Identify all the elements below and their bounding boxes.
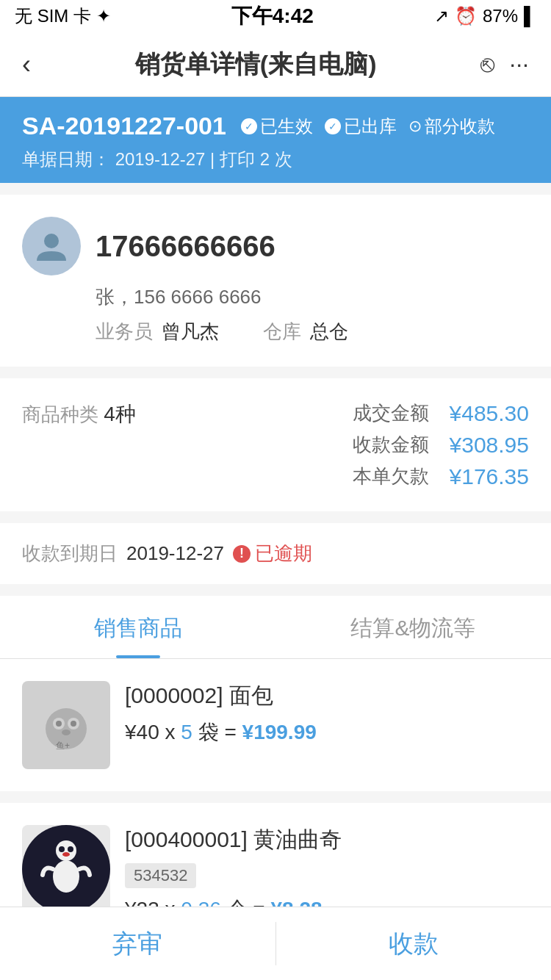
- product-code-1: [0000002]: [125, 683, 223, 707]
- product-type-summary: 商品种类 4种: [22, 400, 136, 428]
- order-date: 2019-12-27: [115, 149, 206, 169]
- product-thumbnail-1: 鱼+: [22, 681, 110, 769]
- svg-text:鱼+: 鱼+: [56, 741, 70, 751]
- product-base-price-1: ¥40: [125, 721, 159, 743]
- share-icon[interactable]: ⎋: [480, 51, 494, 78]
- product-total-1: ¥199.99: [242, 721, 317, 743]
- product-title-1: 面包: [229, 683, 273, 707]
- salesperson-label: 业务员: [96, 319, 153, 345]
- date-label: 单据日期：: [22, 149, 110, 169]
- status-tag-partial: ⊙ 部分收款: [408, 115, 495, 138]
- debt-amount-value: ¥176.35: [441, 464, 529, 489]
- product-code-2: [000400001]: [125, 827, 248, 851]
- debt-amount-row: 本单欠款 ¥176.35: [353, 464, 529, 489]
- warehouse-value: 总仓: [310, 319, 348, 345]
- received-amount-row: 收款金额 ¥308.95: [353, 432, 529, 458]
- svg-point-4: [56, 721, 62, 727]
- deal-amount-value: ¥485.30: [441, 401, 529, 426]
- svg-point-0: [44, 234, 59, 248]
- tab-settlement-label: 结算&物流等: [350, 616, 475, 640]
- overdue-text: 已逾期: [255, 541, 312, 566]
- customer-section: 17666666666 张，156 6666 6666 业务员 曾凡杰 仓库 总…: [0, 195, 551, 367]
- warehouse-info: 仓库 总仓: [263, 319, 348, 345]
- financial-summary: 成交金额 ¥485.30 收款金额 ¥308.95 本单欠款 ¥176.35: [353, 400, 529, 489]
- bottom-bar: 弃审 收款: [0, 907, 551, 980]
- svg-point-5: [71, 721, 76, 727]
- avatar: [22, 217, 81, 275]
- product-image-icon: [22, 825, 110, 913]
- customer-meta: 业务员 曾凡杰 仓库 总仓: [22, 319, 529, 345]
- clock-icon: ⊙: [408, 117, 422, 136]
- debt-amount-label: 本单欠款: [353, 464, 429, 489]
- overdue-dot-icon: !: [233, 545, 251, 563]
- product-qty-1: 5: [181, 721, 192, 743]
- check-icon-2: ✓: [325, 118, 341, 134]
- nav-actions: ⎋ ···: [480, 51, 529, 78]
- product-type-label: 商品种类: [22, 403, 98, 425]
- product-unit-1: 袋: [198, 721, 219, 743]
- svg-point-13: [62, 852, 70, 857]
- order-id: SA-20191227-001: [22, 112, 226, 140]
- deal-amount-row: 成交金额 ¥485.30: [353, 400, 529, 426]
- location-icon: ↗: [434, 6, 449, 26]
- product-price-1: ¥40 x 5 袋 = ¥199.99: [125, 718, 529, 746]
- list-item: 鱼+ [0000002] 面包 ¥40 x 5 袋 = ¥199.99: [0, 659, 551, 791]
- status-delivered-label: 已出库: [344, 115, 397, 138]
- check-icon-1: ✓: [241, 118, 257, 134]
- status-tags: ✓ 已生效 ✓ 已出库 ⊙ 部分收款: [241, 115, 495, 138]
- svg-point-9: [56, 840, 76, 861]
- product-tag-2: 534532: [125, 863, 196, 888]
- more-icon[interactable]: ···: [509, 51, 529, 78]
- product-name-2: [000400001] 黄油曲奇: [125, 825, 529, 855]
- svg-point-12: [68, 846, 73, 852]
- avatar-icon: [33, 228, 70, 264]
- overdue-badge: ! 已逾期: [233, 541, 312, 566]
- svg-point-11: [59, 846, 65, 852]
- salesperson-info: 业务员 曾凡杰: [96, 319, 219, 345]
- tab-settlement[interactable]: 结算&物流等: [276, 596, 551, 658]
- tab-sales-label: 销售商品: [94, 616, 182, 640]
- product-equals-1: =: [224, 721, 242, 743]
- back-button[interactable]: ‹: [22, 49, 31, 80]
- product-title-2: 黄油曲奇: [253, 827, 342, 851]
- header-banner: SA-20191227-001 ✓ 已生效 ✓ 已出库 ⊙ 部分收款 单据日期：…: [0, 97, 551, 183]
- nav-bar: ‹ 销货单详情(来自电脑) ⎋ ···: [0, 32, 551, 97]
- customer-phone: 17666666666: [96, 230, 276, 263]
- deal-amount-label: 成交金额: [353, 400, 429, 426]
- status-bar: 无 SIM 卡 ✦ 下午4:42 ↗ ⏰ 87% ▌: [0, 0, 551, 32]
- battery-status: 87%: [483, 6, 518, 26]
- status-tag-active: ✓ 已生效: [241, 115, 313, 138]
- received-amount-label: 收款金额: [353, 432, 429, 458]
- customer-sub-info: 张，156 6666 6666: [22, 284, 529, 310]
- status-left: 无 SIM 卡 ✦: [15, 4, 111, 28]
- svg-point-6: [62, 729, 71, 735]
- customer-top: 17666666666: [22, 217, 529, 275]
- due-date-section: 收款到期日 2019-12-27 ! 已逾期: [0, 523, 551, 584]
- owl-icon: 鱼+: [37, 696, 96, 754]
- product-list: 鱼+ [0000002] 面包 ¥40 x 5 袋 = ¥199.99: [0, 659, 551, 945]
- cancel-button[interactable]: 弃审: [0, 907, 276, 980]
- svg-point-10: [53, 860, 79, 893]
- header-date: 单据日期： 2019-12-27 | 打印 2 次: [22, 148, 529, 171]
- status-active-label: 已生效: [260, 115, 313, 138]
- summary-section: 商品种类 4种 成交金额 ¥485.30 收款金额 ¥308.95 本单欠款 ¥…: [0, 378, 551, 511]
- warehouse-label: 仓库: [263, 319, 301, 345]
- confirm-button[interactable]: 收款: [276, 907, 552, 980]
- tab-sales-products[interactable]: 销售商品: [0, 596, 276, 658]
- print-info: | 打印 2 次: [210, 149, 292, 169]
- product-thumbnail-2: [22, 825, 110, 913]
- received-amount-value: ¥308.95: [441, 433, 529, 458]
- product-info-1: [0000002] 面包 ¥40 x 5 袋 = ¥199.99: [125, 681, 529, 746]
- battery-icon: ▌: [524, 6, 536, 26]
- status-right: ↗ ⏰ 87% ▌: [434, 6, 536, 26]
- status-tag-delivered: ✓ 已出库: [325, 115, 397, 138]
- salesperson-value: 曾凡杰: [162, 319, 219, 345]
- header-top-row: SA-20191227-001 ✓ 已生效 ✓ 已出库 ⊙ 部分收款: [22, 112, 529, 140]
- sim-status: 无 SIM 卡 ✦: [15, 4, 111, 28]
- due-date-label: 收款到期日: [22, 541, 118, 566]
- product-name-1: [0000002] 面包: [125, 681, 529, 711]
- alarm-icon: ⏰: [455, 6, 477, 26]
- page-title: 销货单详情(来自电脑): [135, 48, 377, 82]
- product-multiply-1: x: [165, 721, 181, 743]
- status-time: 下午4:42: [231, 2, 314, 30]
